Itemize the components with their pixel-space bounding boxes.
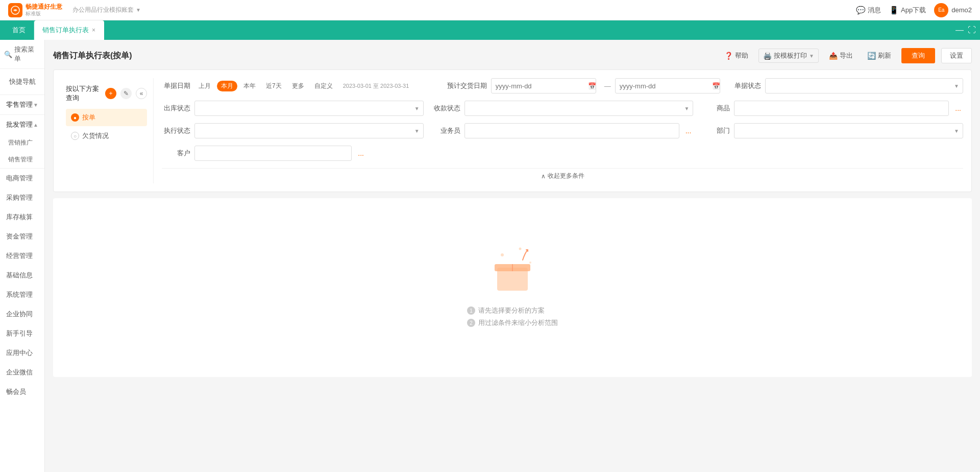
- payment-select[interactable]: [464, 101, 694, 116]
- query-button[interactable]: 查询: [901, 48, 935, 63]
- collapse-filter-button[interactable]: ∧ 收起更多条件: [162, 168, 963, 183]
- tab-expand-button[interactable]: ⛶: [968, 26, 976, 35]
- collapse-icon: ∧: [541, 173, 546, 180]
- edit-icon: ✎: [124, 90, 129, 97]
- left-nav-owe[interactable]: ○ 欠货情况: [66, 127, 147, 145]
- status-select[interactable]: [765, 78, 963, 93]
- sidebar-section-wholesale: 批发管理 ▲ 营销推广 销售管理: [0, 115, 44, 169]
- goods-input[interactable]: [734, 101, 949, 116]
- sidebar-item-system[interactable]: 系统管理: [0, 285, 44, 304]
- user-menu[interactable]: Ea demo2: [934, 3, 972, 17]
- sidebar-operation-label: 经营管理: [6, 252, 33, 259]
- collapse-label: 收起更多条件: [548, 172, 584, 180]
- tab-sales-order[interactable]: 销售订单执行表 ×: [34, 20, 104, 40]
- collapse-panel-icon: «: [140, 90, 143, 97]
- sidebar-wholesale-header[interactable]: 批发管理 ▲: [0, 115, 44, 134]
- sidebar-finance-label: 资金管理: [6, 232, 33, 240]
- sidebar-item-sales[interactable]: 销售管理: [0, 151, 44, 168]
- logo-icon: [8, 3, 22, 17]
- goods-label: 商品: [701, 104, 730, 113]
- message-button[interactable]: 💬 消息: [856, 6, 881, 15]
- dept-label: 部门: [701, 126, 730, 135]
- help-button[interactable]: ❓ 帮助: [720, 49, 752, 62]
- sidebar-item-finance[interactable]: 资金管理: [0, 227, 44, 246]
- refresh-button[interactable]: 🔄 刷新: [863, 49, 895, 62]
- app-icon: 📱: [889, 6, 899, 15]
- filter-row-1: 单据日期 上月 本月 本年 近7天 更多 自定义 2023-03-01 至 20…: [162, 78, 963, 93]
- salesperson-more-button[interactable]: ...: [683, 127, 694, 135]
- settings-button[interactable]: 设置: [941, 48, 972, 63]
- sidebar-item-operation[interactable]: 经营管理: [0, 246, 44, 266]
- edit-scheme-button[interactable]: ✎: [120, 88, 132, 99]
- goods-more-button[interactable]: ...: [953, 104, 963, 112]
- export-button[interactable]: 📤 导出: [825, 49, 857, 62]
- payment-label: 收款状态: [432, 104, 460, 113]
- empty-text-container: 1 请先选择要分析的方案 2 用过滤条件来缩小分析范围: [467, 306, 558, 331]
- empty-svg: [487, 245, 538, 296]
- print-button[interactable]: 🖨️ 按模板打印 ▼: [758, 49, 819, 63]
- status-select-wrapper: ▼: [765, 78, 963, 93]
- sidebar-retail-header[interactable]: 零售管理 ▼: [0, 95, 44, 114]
- date-tab-prev-month[interactable]: 上月: [194, 80, 215, 92]
- tab-minimize-button[interactable]: —: [955, 26, 964, 35]
- sidebar-purchase-label: 采购管理: [6, 194, 33, 201]
- sidebar-search[interactable]: 🔍 搜索菜单: [0, 40, 44, 69]
- date-tab-this-month[interactable]: 本月: [217, 81, 237, 91]
- breadcrumb[interactable]: 办公用品行业模拟账套 ▼: [72, 6, 141, 14]
- filter-group-date: 单据日期 上月 本月 本年 近7天 更多 自定义 2023-03-01 至 20…: [162, 80, 439, 92]
- sidebar-new-user-label: 新手引导: [6, 329, 33, 337]
- calendar-start-icon: 📅: [588, 82, 596, 90]
- filter-row-3: 执行状态 ▼ 业务员 ...: [162, 123, 963, 138]
- page-title: 销售订单执行表(按单): [53, 51, 132, 61]
- sidebar-item-app-center[interactable]: 应用中心: [0, 343, 44, 363]
- sidebar-item-marketing[interactable]: 营销推广: [0, 134, 44, 151]
- sidebar-item-enterprise-wechat[interactable]: 企业微信: [0, 363, 44, 382]
- exec-label: 执行状态: [162, 126, 190, 135]
- message-label: 消息: [868, 6, 881, 15]
- dept-select[interactable]: [734, 123, 963, 138]
- date-start-input[interactable]: [491, 78, 596, 93]
- out-stock-select[interactable]: [194, 101, 424, 116]
- sidebar-section-retail: 零售管理 ▼: [0, 95, 44, 115]
- left-nav-order-label: 按单: [82, 113, 95, 122]
- tab-home[interactable]: 首页: [4, 20, 34, 40]
- sidebar-enterprise-wechat-label: 企业微信: [6, 368, 33, 376]
- sidebar-item-quick-nav[interactable]: 快捷导航: [0, 73, 44, 90]
- filter-panel: 按以下方案查询 + ✎ «: [53, 69, 972, 192]
- empty-hint-1: 1 请先选择要分析的方案: [467, 306, 558, 315]
- date-tab-custom[interactable]: 自定义: [310, 80, 337, 92]
- date-end-wrapper: 📅: [615, 78, 724, 93]
- customer-input[interactable]: [194, 146, 352, 161]
- tab-bar: 首页 销售订单执行表 × — ⛶: [0, 20, 980, 40]
- collapse-panel-button[interactable]: «: [136, 88, 147, 99]
- sidebar-item-ecommerce[interactable]: 电商管理: [0, 169, 44, 188]
- app-download-button[interactable]: 📱 App下载: [889, 6, 926, 15]
- logo-subtext: 标准版: [26, 11, 62, 17]
- sidebar-app-center-label: 应用中心: [6, 349, 33, 357]
- date-tab-7days[interactable]: 近7天: [262, 80, 286, 92]
- content-area: 销售订单执行表(按单) ❓ 帮助 🖨️ 按模板打印 ▼ 📤 导出 🔄 刷新: [45, 40, 980, 472]
- page-actions: ❓ 帮助 🖨️ 按模板打印 ▼ 📤 导出 🔄 刷新 查询 设置: [720, 48, 972, 63]
- sidebar-item-inventory[interactable]: 库存核算: [0, 207, 44, 227]
- filter-group-salesperson: 业务员 ...: [432, 123, 694, 138]
- tab-close-icon[interactable]: ×: [92, 27, 95, 34]
- top-header: 畅捷通好生意 标准版 办公用品行业模拟账套 ▼ 💬 消息 📱 App下载 Ea …: [0, 0, 980, 20]
- print-label: 按模板打印: [774, 51, 807, 60]
- header-right: 💬 消息 📱 App下载 Ea demo2: [856, 3, 972, 17]
- svg-point-6: [519, 248, 522, 250]
- date-end-input[interactable]: [615, 78, 720, 93]
- sidebar-sales-label: 销售管理: [8, 155, 33, 164]
- sidebar-item-basic-info[interactable]: 基础信息: [0, 266, 44, 285]
- sidebar-item-purchase[interactable]: 采购管理: [0, 188, 44, 207]
- left-nav-order[interactable]: ● 按单: [66, 109, 147, 126]
- date-tab-this-year[interactable]: 本年: [239, 80, 260, 92]
- sidebar-item-enterprise[interactable]: 企业协同: [0, 304, 44, 324]
- salesperson-input[interactable]: [464, 123, 679, 138]
- date-separator: —: [604, 82, 611, 90]
- sidebar-item-member[interactable]: 畅会员: [0, 382, 44, 402]
- exec-select[interactable]: [194, 123, 424, 138]
- customer-more-button[interactable]: ...: [356, 149, 366, 157]
- sidebar-item-new-user[interactable]: 新手引导: [0, 324, 44, 343]
- add-scheme-button[interactable]: +: [105, 88, 116, 99]
- date-tab-more[interactable]: 更多: [288, 80, 308, 92]
